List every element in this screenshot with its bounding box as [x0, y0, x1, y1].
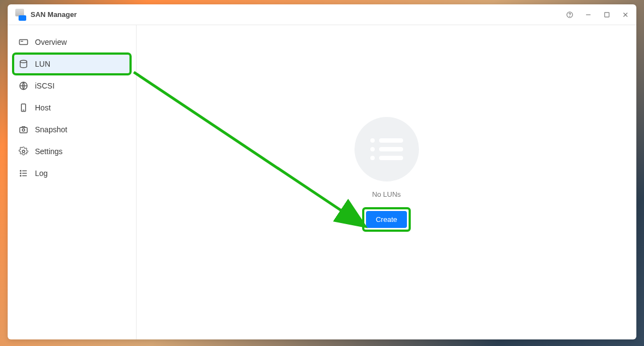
sidebar-item-label: Settings: [35, 147, 63, 156]
help-button[interactable]: [565, 10, 574, 19]
empty-state: No LUNs Create: [355, 117, 419, 232]
log-icon: [19, 168, 28, 178]
minimize-button[interactable]: [584, 10, 593, 19]
snapshot-icon: [19, 125, 28, 134]
app-icon: [14, 9, 26, 21]
sidebar-item-iscsi[interactable]: iSCSI: [13, 75, 131, 96]
sidebar-item-host[interactable]: Host: [13, 97, 131, 118]
svg-point-8: [20, 60, 27, 63]
sidebar-item-label: Snapshot: [35, 125, 67, 134]
app-window: SAN Manager Overview: [8, 4, 636, 339]
lun-icon: [19, 59, 28, 69]
create-button[interactable]: Create: [366, 211, 407, 228]
svg-rect-7: [21, 41, 23, 42]
sidebar-item-label: iSCSI: [35, 81, 55, 90]
sidebar-item-snapshot[interactable]: Snapshot: [13, 119, 131, 140]
iscsi-icon: [19, 81, 28, 91]
window-title: SAN Manager: [31, 10, 77, 19]
sidebar-item-label: Overview: [35, 38, 67, 46]
sidebar-item-label: Log: [35, 169, 48, 178]
close-button[interactable]: [621, 10, 630, 19]
sidebar-item-overview[interactable]: Overview: [13, 32, 131, 52]
empty-state-text: No LUNs: [372, 190, 401, 198]
svg-point-16: [20, 173, 21, 174]
host-icon: [19, 103, 28, 113]
body-area: Overview LUN iSCSI Host: [8, 25, 636, 339]
sidebar-item-label: Host: [35, 103, 51, 112]
empty-state-icon: [355, 117, 419, 181]
sidebar-item-log[interactable]: Log: [13, 163, 131, 184]
overview-icon: [19, 37, 28, 47]
maximize-button[interactable]: [602, 10, 611, 19]
svg-rect-6: [20, 40, 28, 45]
sidebar: Overview LUN iSCSI Host: [8, 25, 137, 339]
svg-point-18: [20, 175, 21, 177]
titlebar[interactable]: SAN Manager: [8, 4, 636, 25]
svg-rect-12: [20, 127, 27, 133]
svg-point-1: [570, 16, 570, 16]
sidebar-item-label: LUN: [35, 60, 50, 68]
sidebar-item-settings[interactable]: Settings: [13, 141, 131, 162]
main-content: No LUNs Create: [137, 25, 636, 339]
svg-rect-3: [605, 12, 609, 16]
create-highlight: Create: [362, 207, 411, 232]
window-controls: [565, 10, 630, 19]
sidebar-item-lun[interactable]: LUN: [13, 54, 131, 74]
settings-icon: [19, 146, 28, 156]
svg-point-13: [22, 129, 25, 132]
svg-point-14: [20, 171, 21, 172]
